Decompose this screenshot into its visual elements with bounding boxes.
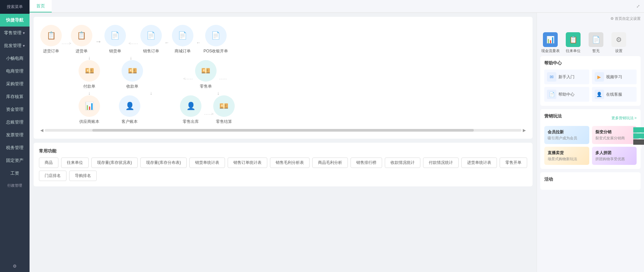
sidebar-item-purchase[interactable]: 采购管理 <box>0 78 30 90</box>
func-btn-payment-stat[interactable]: 付款情况统计 <box>423 157 459 168</box>
sidebar-item-ecommerce-small[interactable]: 小畅电商 <box>0 52 30 65</box>
func-btn-store-rank[interactable]: 门店排名 <box>39 171 66 181</box>
sidebar: 搜索菜单 快捷导航 零售管理 ▼ 批发管理 ▼ 小畅电商 电商管理 采购管理 库… <box>0 0 30 272</box>
float-btn-desktop[interactable]: 桌面快捷 <box>633 139 644 145</box>
scroll-right-arrow[interactable]: ▶ <box>523 128 526 133</box>
flow-node-payment[interactable]: 💴 付款单 <box>79 60 100 89</box>
partners-label: 往来单位 <box>566 48 581 53</box>
retail-settle-label: 零售结算 <box>216 119 232 125</box>
sidebar-item-assets[interactable]: 固定资产 <box>0 154 30 167</box>
quick-icon-cashflow[interactable]: 📊 现金流量表 <box>540 32 560 53</box>
customer-account-label: 客户账本 <box>122 119 138 125</box>
group-title: 多人拼团 <box>595 150 634 156</box>
func-btn-goods[interactable]: 商品 <box>39 157 58 168</box>
sidebar-item-ledger[interactable]: 总账管理 <box>0 116 30 129</box>
help-item-beginner[interactable]: ✉ 新手入门 <box>544 70 589 84</box>
fullscreen-icon[interactable]: ⤢ <box>632 4 644 9</box>
quick-icon-settings[interactable]: ⚙ 设置 <box>609 32 629 53</box>
scroll-left-arrow[interactable]: ◀ <box>40 128 43 133</box>
purchase-order-label: 进货订单 <box>43 48 59 54</box>
payment-label: 付款单 <box>83 84 95 89</box>
help-docs-label: 帮助中心 <box>558 92 574 97</box>
gear-icon-small: ⚙ <box>610 16 614 21</box>
flow-node-mall-order[interactable]: 📄 商城订单 <box>172 25 193 54</box>
sidebar-nav-highlight[interactable]: 快捷导航 <box>0 14 30 27</box>
sidebar-item-retail[interactable]: 零售管理 ▼ <box>0 27 30 39</box>
func-grid: 商品 往来单位 现存量(库存状况表) 现存量(库存分布表) 销货单统计表 销售订… <box>39 157 527 181</box>
fission-title: 裂变分销 <box>595 129 634 135</box>
func-btn-stock-dist[interactable]: 现存量(库存分布表) <box>140 157 187 168</box>
retail-settle-icon: 💴 <box>213 95 235 117</box>
sidebar-settings[interactable]: ⚙ <box>0 260 30 272</box>
purchase-icon: 📋 <box>71 25 92 46</box>
marketing-item-live[interactable]: 直播卖货 场景式购物新玩法 <box>544 147 589 165</box>
marketing-item-member[interactable]: 会员拉新 吸引用户成为会员 <box>544 126 589 144</box>
flow-node-sales[interactable]: 📄 销货单 <box>104 25 126 54</box>
main-area: 首页 ⤢ 📋 进货订单 - - - - -> <box>30 0 644 272</box>
func-btn-stock-status[interactable]: 现存量(库存状况表) <box>91 157 138 168</box>
pos-icon: 📄 <box>205 25 227 46</box>
flow-node-supplier-account[interactable]: 📊 供应商账本 <box>79 95 100 125</box>
flow-node-customer-account[interactable]: 👤 客户账本 <box>119 95 140 125</box>
sidebar-item-inventory[interactable]: 库存核算 <box>0 90 30 103</box>
chevron-down-icon: ▼ <box>22 44 26 48</box>
fission-desc: 裂变式发展分销商 <box>595 136 634 141</box>
common-functions-title: 常用功能 <box>39 148 527 154</box>
help-grid: ✉ 新手入门 ▶ 视频学习 📄 帮助中心 👤 在线客服 <box>544 70 637 102</box>
flow-node-pos[interactable]: 📄 POS收银开单 <box>203 25 228 54</box>
func-btn-sales-margin[interactable]: 销售毛利分析表 <box>270 157 310 168</box>
home-customize-btn[interactable]: ⚙ 首页自定义设置 <box>610 16 641 21</box>
quick-icon-empty[interactable]: 📄 暂无 <box>586 32 606 53</box>
marketing-grid: 会员拉新 吸引用户成为会员 裂变分销 裂变式发展分销商 直播卖货 场景式购物新玩… <box>544 126 637 165</box>
help-item-video[interactable]: ▶ 视频学习 <box>592 70 637 84</box>
sidebar-item-payroll[interactable]: 工资 <box>0 167 30 180</box>
flow-node-purchase-order[interactable]: 📋 进货订单 <box>40 25 62 54</box>
group-desc: 拼团购物享受优惠 <box>595 156 634 162</box>
func-btn-goods-margin[interactable]: 商品毛利分析 <box>312 157 348 168</box>
scroll-bar: ◀ ▶ <box>40 127 526 133</box>
tab-home[interactable]: 首页 <box>30 0 52 12</box>
doc-icon: 📄 <box>547 90 556 99</box>
right-panel: ⚙ 首页自定义设置 📊 现金流量表 📋 往来单位 📄 暂无 <box>537 13 644 272</box>
flow-node-sales-order[interactable]: 📄 销售订单 <box>140 25 162 54</box>
marketing-card: 营销玩法 更多营销玩法 > 会员拉新 吸引用户成为会员 裂变分销 裂变式发展分销… <box>540 109 641 169</box>
marketing-item-group[interactable]: 多人拼团 拼团购物享受优惠 <box>592 147 637 165</box>
func-btn-guide-rank[interactable]: 导购排名 <box>69 171 97 181</box>
func-btn-purchase-stat[interactable]: 进货单统计表 <box>461 157 497 168</box>
flow-node-retail[interactable]: 💴 零售单 <box>195 60 217 89</box>
quick-icon-partners[interactable]: 📋 往来单位 <box>563 32 583 53</box>
cashflow-label: 现金流量表 <box>541 48 560 53</box>
flow-node-purchase[interactable]: 📋 进货单 <box>71 25 92 54</box>
sidebar-item-finance[interactable]: 资金管理 <box>0 103 30 116</box>
help-item-docs[interactable]: 📄 帮助中心 <box>544 87 589 102</box>
settings-icon: ⚙ <box>611 32 626 47</box>
cashflow-icon: 📊 <box>543 32 558 47</box>
func-btn-sales-rank[interactable]: 销售排行榜 <box>351 157 382 168</box>
flow-node-retail-settle[interactable]: 💴 零售结算 <box>213 95 235 125</box>
scroll-track[interactable] <box>45 129 521 132</box>
float-btn-community[interactable]: 服务社区 <box>633 133 644 139</box>
func-btn-sales-stat[interactable]: 销货单统计表 <box>189 157 225 168</box>
sidebar-item-ecommerce[interactable]: 电商管理 <box>0 65 30 78</box>
func-btn-partners[interactable]: 往来单位 <box>61 157 89 168</box>
sidebar-item-wholesale[interactable]: 批发管理 ▼ <box>0 39 30 52</box>
flow-node-retail-out[interactable]: 👤 零售出库 <box>180 95 201 125</box>
sales-order-label: 销售订单 <box>143 48 159 54</box>
help-support-label: 在线客服 <box>606 92 622 97</box>
pos-label: POS收银开单 <box>203 48 228 54</box>
func-btn-receipt-stat[interactable]: 收款情况统计 <box>385 157 420 168</box>
help-item-support[interactable]: 👤 在线客服 <box>592 87 637 102</box>
sidebar-item-tax[interactable]: 税务管理 <box>0 141 30 154</box>
quick-icons-row: 📊 现金流量表 📋 往来单位 📄 暂无 ⚙ 设置 <box>540 16 641 53</box>
member-title: 会员拉新 <box>548 129 586 135</box>
float-btn-service[interactable]: 客服热线 <box>633 127 644 133</box>
marketing-item-fission[interactable]: 裂变分销 裂变式发展分销商 <box>592 126 637 144</box>
sidebar-item-admin[interactable]: 行政管理 <box>0 180 30 191</box>
func-btn-sales-order-stat[interactable]: 销售订单统计表 <box>228 157 267 168</box>
more-marketing-link[interactable]: 更多营销玩法 > <box>611 116 637 121</box>
flow-node-receipt[interactable]: 💴 收款单 <box>122 60 143 89</box>
sidebar-search[interactable]: 搜索菜单 <box>0 0 30 14</box>
sidebar-item-invoice[interactable]: 发票管理 <box>0 129 30 141</box>
func-btn-retail-order[interactable]: 零售开单 <box>500 157 527 168</box>
help-video-label: 视频学习 <box>606 74 622 80</box>
